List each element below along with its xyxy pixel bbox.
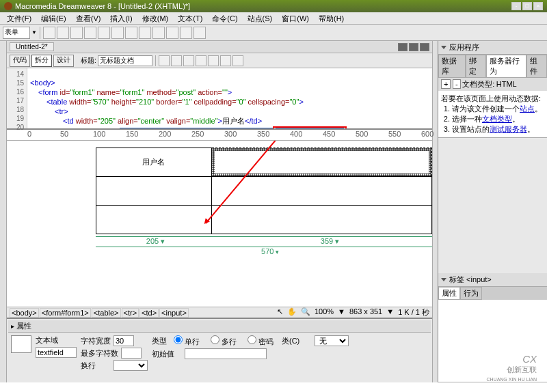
vt-btn-1[interactable] (159, 55, 170, 66)
class-select[interactable]: 无 (315, 335, 349, 346)
vt-btn-3[interactable] (183, 55, 194, 66)
tool-btn-7[interactable] (125, 27, 137, 39)
pointer-icon[interactable]: ↖ (277, 307, 283, 318)
design-view-button[interactable]: 设计 (53, 55, 74, 67)
menu-bar[interactable]: 文件(F)编辑(E)查看(V)插入(I)修改(M)文本(T)命令(C)站点(S)… (0, 12, 547, 25)
menu-item[interactable]: 窗口(W) (278, 14, 313, 23)
tool-btn-5[interactable] (98, 27, 110, 39)
code-editor[interactable]: <body> <form id="form1" name="form1" met… (27, 68, 432, 128)
app-panel-body: 若要在该页面上使用动态数据: 请为该文件创建一个站点。选择一种文档类型。设置站点… (438, 91, 547, 137)
menu-item[interactable]: 修改(M) (138, 14, 173, 23)
plus-button[interactable]: + (441, 79, 451, 89)
breadcrumb-item[interactable]: <form#form1> (40, 308, 91, 318)
tool-btn-2[interactable] (57, 27, 69, 39)
breadcrumb-item[interactable]: <td> (139, 308, 159, 318)
title-label: 标题: (81, 56, 96, 66)
insert-toolbar: 表单 ▼ (0, 25, 547, 41)
initval-input[interactable] (185, 348, 267, 359)
document-tabbar: Untitled-2* (7, 41, 432, 53)
type-password-radio[interactable] (248, 335, 256, 344)
tool-btn-6[interactable] (111, 27, 124, 39)
vt-btn-4[interactable] (196, 55, 206, 66)
horizontal-ruler: 050100150200250300350400450500550600 (7, 130, 432, 141)
menu-item[interactable]: 文件(F) (3, 14, 36, 23)
zoom-icon[interactable]: 🔍 (301, 307, 310, 318)
application-panel: 应用程序 数据库绑定服务器行为组件 + - 文档类型: HTML 若要在该页面上… (438, 41, 547, 138)
window-titlebar: Macromedia Dreamweaver 8 - [Untitled-2 (… (0, 0, 547, 12)
menu-item[interactable]: 站点(S) (243, 14, 277, 23)
vt-btn-2[interactable] (171, 55, 182, 66)
panel-tab[interactable]: 属性 (438, 287, 460, 300)
menu-item[interactable]: 编辑(E) (37, 14, 70, 23)
zoom-value[interactable]: 100% (315, 307, 334, 318)
panel-tab[interactable]: 绑定 (466, 55, 486, 78)
document-tab[interactable]: Untitled-2* (10, 42, 54, 51)
menu-item[interactable]: 文本(T) (174, 14, 206, 23)
app-panel-tabs[interactable]: 数据库绑定服务器行为组件 (438, 55, 547, 78)
doc-minimize[interactable] (398, 43, 408, 51)
breadcrumb-item[interactable]: <table> (92, 308, 121, 318)
panel-tab[interactable]: 组件 (526, 55, 547, 78)
panel-tab[interactable]: 行为 (460, 287, 482, 300)
breadcrumb-item[interactable]: <tr> (122, 308, 139, 318)
element-thumbnail (11, 335, 31, 353)
tool-btn-4[interactable] (84, 27, 96, 39)
breadcrumb-item[interactable]: <body> (10, 308, 39, 318)
category-dropdown[interactable]: 表单 (3, 27, 30, 39)
panel-tab[interactable]: 服务器行为 (486, 55, 527, 78)
viewport-size: 863 x 351 (349, 307, 382, 318)
view-toolbar: 代码 拆分 设计 标题: (7, 53, 432, 68)
charwidth-input[interactable] (114, 335, 134, 346)
tool-btn-10[interactable] (166, 27, 178, 39)
doc-close[interactable] (420, 43, 429, 51)
tool-btn-3[interactable] (70, 27, 83, 39)
vt-btn-5[interactable] (208, 55, 219, 66)
table-row[interactable] (96, 177, 432, 206)
tool-btn-8[interactable] (139, 27, 151, 39)
tool-btn-9[interactable] (152, 27, 165, 39)
application-panel-header[interactable]: 应用程序 (438, 41, 547, 55)
maximize-button[interactable]: □ (522, 2, 532, 10)
code-view-button[interactable]: 代码 (10, 55, 30, 67)
element-name-input[interactable] (36, 347, 77, 358)
tags-panel-tabs[interactable]: 属性行为 (438, 287, 547, 300)
code-pane[interactable]: 141516171819202122 <body> <form id="form… (7, 68, 432, 130)
design-table[interactable]: 用户名 (96, 148, 432, 234)
type-multi-radio[interactable] (211, 335, 219, 344)
splitter[interactable] (432, 41, 438, 382)
left-gutter (0, 41, 7, 382)
title-input[interactable] (98, 55, 152, 66)
design-pane[interactable]: 用户名 205 ▾ 359 ▾ 570 ▾ (7, 141, 432, 307)
document-area: Untitled-2* 代码 拆分 设计 标题: 141516171819202… (7, 41, 432, 382)
tag-selector[interactable]: <body><form#form1><table><tr><td><input> (10, 309, 277, 317)
menu-item[interactable]: 帮助(H) (315, 14, 348, 23)
menu-item[interactable]: 插入(I) (106, 14, 136, 23)
maxchars-input[interactable] (121, 348, 142, 359)
menu-item[interactable]: 查看(V) (72, 14, 105, 23)
tool-btn-12[interactable] (194, 27, 206, 39)
table-row[interactable] (96, 206, 432, 234)
type-single-radio[interactable] (174, 335, 183, 344)
panel-tab[interactable]: 数据库 (438, 55, 466, 78)
right-panels: 应用程序 数据库绑定服务器行为组件 + - 文档类型: HTML 若要在该页面上… (438, 41, 547, 382)
table-cell-label[interactable]: 用户名 (96, 148, 212, 177)
vt-btn-6[interactable] (220, 55, 231, 66)
tags-panel-header[interactable]: 标签 <input> (438, 273, 547, 287)
doc-restore[interactable] (409, 43, 418, 51)
minimize-button[interactable]: - (511, 2, 521, 10)
tool-btn-1[interactable] (43, 27, 55, 39)
watermark: CX 创新互联 CHUANG XIN HU LIAN (486, 353, 537, 382)
page-weight: 1 K / 1 秒 (398, 307, 429, 318)
tool-btn-11[interactable] (180, 27, 192, 39)
breadcrumb-item[interactable]: <input> (159, 308, 189, 318)
table-cell-input[interactable] (211, 148, 431, 177)
hand-icon[interactable]: ✋ (287, 307, 297, 318)
properties-header[interactable]: ▸ 属性 (8, 320, 431, 333)
split-view-button[interactable]: 拆分 (31, 55, 52, 67)
vt-btn-7[interactable] (232, 55, 243, 66)
wrap-select[interactable] (114, 360, 148, 371)
close-button[interactable]: × (533, 2, 543, 10)
minus-button[interactable]: - (453, 79, 461, 89)
column-dimensions: 205 ▾ 359 ▾ (96, 236, 432, 246)
menu-item[interactable]: 命令(C) (208, 14, 241, 23)
